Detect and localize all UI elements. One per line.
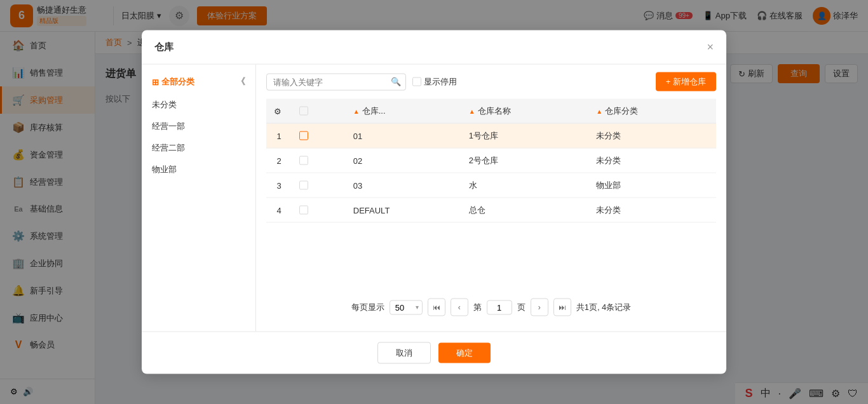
dialog-title: 仓库 bbox=[154, 41, 173, 53]
row-category: 未分类 bbox=[588, 198, 716, 222]
category-header: ⊞ 全部分类 《 bbox=[142, 72, 255, 94]
dialog-body: ⊞ 全部分类 《 未分类 经营一部 经营二部 物业部 🔍 显示停用 + 新增仓库 bbox=[142, 65, 726, 332]
cancel-button[interactable]: 取消 bbox=[377, 342, 431, 364]
row-checkbox[interactable] bbox=[299, 131, 308, 140]
row-name: 水 bbox=[461, 173, 589, 198]
page-unit-label: 页 bbox=[517, 302, 526, 313]
search-input[interactable] bbox=[266, 73, 406, 90]
gear-icon: ⚙ bbox=[274, 106, 281, 116]
row-code: 01 bbox=[346, 123, 461, 148]
sort-cat-icon: ▲ bbox=[596, 107, 602, 114]
row-actions: 4 bbox=[266, 198, 292, 222]
row-actions: 1 bbox=[266, 123, 292, 148]
right-toolbar: 🔍 显示停用 + 新增仓库 bbox=[266, 72, 716, 91]
page-label: 第 bbox=[473, 302, 482, 313]
sort-name-icon: ▲ bbox=[469, 107, 475, 114]
next-page-button[interactable]: › bbox=[531, 299, 548, 316]
search-icon[interactable]: 🔍 bbox=[391, 77, 401, 86]
row-category: 未分类 bbox=[588, 123, 716, 148]
table-row[interactable]: 2 02 2号仓库 未分类 bbox=[266, 148, 716, 173]
all-categories-label[interactable]: 全部分类 bbox=[161, 76, 236, 88]
last-page-button[interactable]: ⏭ bbox=[553, 299, 571, 316]
warehouse-dialog: 仓库 × ⊞ 全部分类 《 未分类 经营一部 经营二部 物业部 🔍 bbox=[142, 30, 726, 374]
dialog-footer: 取消 确定 bbox=[142, 332, 726, 374]
dialog-close-button[interactable]: × bbox=[707, 41, 714, 54]
total-info-label: 共1页, 4条记录 bbox=[576, 302, 632, 313]
th-code: ▲仓库... bbox=[346, 99, 461, 124]
row-checkbox-cell bbox=[292, 148, 346, 173]
table-row[interactable]: 4 DEFAULT 总仓 未分类 bbox=[266, 198, 716, 222]
th-category: ▲仓库分类 bbox=[588, 99, 716, 124]
table-row[interactable]: 3 03 水 物业部 bbox=[266, 173, 716, 198]
row-code: 03 bbox=[346, 173, 461, 198]
row-category: 未分类 bbox=[588, 148, 716, 173]
row-name: 总仓 bbox=[461, 198, 589, 222]
category-item-property[interactable]: 物业部 bbox=[142, 159, 255, 180]
prev-page-button[interactable]: ‹ bbox=[451, 299, 468, 316]
grid-icon: ⊞ bbox=[152, 77, 159, 86]
th-name: ▲仓库名称 bbox=[461, 99, 589, 124]
first-page-button[interactable]: ⏮ bbox=[428, 299, 445, 316]
per-page-label: 每页显示 bbox=[351, 302, 384, 313]
row-checkbox[interactable] bbox=[299, 181, 308, 190]
row-name: 2号仓库 bbox=[461, 148, 589, 173]
dialog-header: 仓库 × bbox=[142, 30, 726, 65]
row-checkbox-cell bbox=[292, 123, 346, 148]
select-all-checkbox[interactable] bbox=[299, 107, 308, 116]
row-code: 02 bbox=[346, 148, 461, 173]
pagination: 每页显示 50 10 20 100 ▾ ⏮ ‹ 第 页 › ⏭ 共1页, bbox=[266, 291, 716, 324]
category-item-ops1[interactable]: 经营一部 bbox=[142, 116, 255, 137]
th-settings: ⚙ bbox=[266, 99, 292, 124]
th-checkbox bbox=[292, 99, 346, 124]
show-disabled-checkbox[interactable] bbox=[412, 77, 421, 86]
per-page-wrapper: 50 10 20 100 ▾ bbox=[390, 300, 423, 314]
page-input[interactable] bbox=[487, 300, 512, 314]
warehouse-list-panel: 🔍 显示停用 + 新增仓库 ⚙ ▲仓库... bbox=[256, 65, 726, 332]
table-row[interactable]: 1 01 1号仓库 未分类 bbox=[266, 123, 716, 148]
new-warehouse-button[interactable]: + 新增仓库 bbox=[656, 72, 716, 91]
confirm-button[interactable]: 确定 bbox=[438, 343, 491, 363]
per-page-select[interactable]: 50 10 20 100 bbox=[390, 300, 423, 314]
category-panel: ⊞ 全部分类 《 未分类 经营一部 经营二部 物业部 bbox=[142, 65, 256, 332]
sort-icon: ▲ bbox=[353, 107, 360, 114]
row-code: DEFAULT bbox=[346, 198, 461, 222]
category-item-ops2[interactable]: 经营二部 bbox=[142, 137, 255, 159]
row-checkbox-cell bbox=[292, 173, 346, 198]
row-actions: 2 bbox=[266, 148, 292, 173]
warehouse-table: ⚙ ▲仓库... ▲仓库名称 ▲仓库分类 1 bbox=[266, 99, 716, 223]
collapse-button[interactable]: 《 bbox=[236, 76, 245, 88]
row-checkbox[interactable] bbox=[299, 206, 308, 215]
row-checkbox-cell bbox=[292, 198, 346, 222]
row-category: 物业部 bbox=[588, 173, 716, 198]
category-item-unclassified[interactable]: 未分类 bbox=[142, 94, 255, 116]
show-disabled-label[interactable]: 显示停用 bbox=[412, 76, 457, 88]
row-name: 1号仓库 bbox=[461, 123, 589, 148]
row-actions: 3 bbox=[266, 173, 292, 198]
search-wrap: 🔍 bbox=[266, 73, 406, 90]
row-checkbox[interactable] bbox=[299, 156, 308, 165]
